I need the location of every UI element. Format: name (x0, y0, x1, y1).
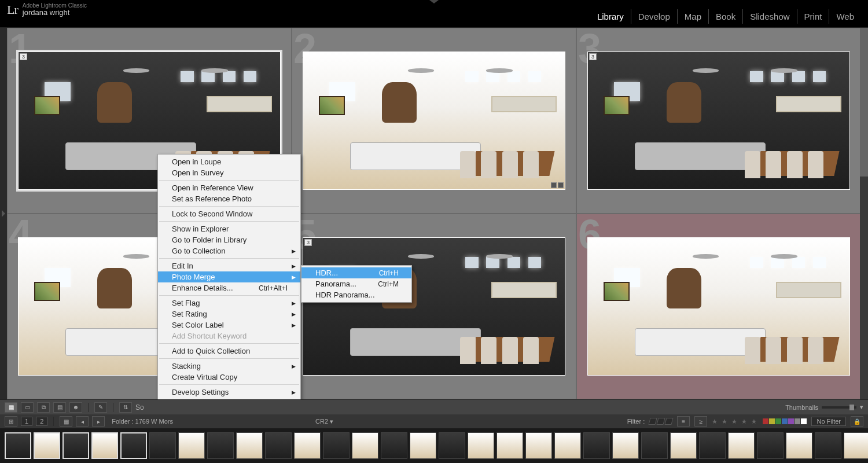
grid-thumbnail[interactable] (587, 237, 850, 376)
module-web[interactable]: Web (829, 9, 861, 24)
module-library[interactable]: Library (590, 9, 631, 24)
people-view-button[interactable]: ☻ (69, 402, 82, 413)
module-book[interactable]: Book (709, 9, 743, 24)
filmstrip-thumb[interactable] (34, 432, 60, 459)
rating-filter[interactable]: ★ ★ ★ ★ ★ (712, 418, 758, 425)
menu-item[interactable]: Stacking▶ (158, 361, 300, 372)
menu-item[interactable]: Set Color Label▶ (158, 319, 300, 330)
module-slideshow[interactable]: Slideshow (743, 9, 797, 24)
painter-tool[interactable]: ✎ (94, 402, 107, 413)
menu-item[interactable]: Set Flag▶ (158, 297, 300, 308)
menu-item[interactable]: Lock to Second Window (158, 208, 300, 219)
color-label-filter[interactable] (763, 418, 807, 424)
filter-equal[interactable]: ≡ (677, 416, 690, 427)
menu-item[interactable]: Add to Quick Collection (158, 346, 300, 357)
module-print[interactable]: Print (797, 9, 830, 24)
grid-cell[interactable]: 33 (576, 28, 861, 214)
nav-fwd-icon[interactable]: ▸ (92, 416, 105, 427)
menu-item[interactable]: Enhance Details...Ctrl+Alt+I (158, 282, 300, 293)
filmstrip-thumb[interactable] (757, 432, 784, 459)
menu-item[interactable]: Set Rating▶ (158, 308, 300, 319)
module-map[interactable]: Map (678, 9, 709, 24)
compare-view-button[interactable]: ⧉ (37, 402, 50, 413)
photo-merge-submenu: HDR...Ctrl+HPanorama...Ctrl+MHDR Panoram… (301, 265, 412, 303)
menu-item[interactable]: Go to Collection▶ (158, 245, 300, 256)
filmstrip-thumb[interactable] (728, 432, 755, 459)
filmstrip-thumb[interactable] (381, 432, 407, 459)
stack-count-badge: 3 (304, 239, 312, 246)
menu-item[interactable]: Edit In▶ (158, 260, 300, 271)
thumbnail-size-slider[interactable] (822, 406, 856, 409)
filmstrip-thumb[interactable] (786, 432, 812, 459)
filmstrip-thumb[interactable] (699, 432, 726, 459)
sort-direction[interactable]: ⇅ (119, 402, 132, 413)
grid-cell[interactable]: 6 (576, 214, 861, 399)
grid-small-icon[interactable]: ▦ (60, 416, 72, 427)
loupe-view-button[interactable]: ▭ (21, 402, 34, 413)
menu-item[interactable]: Open in Loupe (158, 156, 300, 167)
filmstrip-thumb[interactable] (583, 432, 610, 459)
menu-item[interactable]: Go to Folder in Library (158, 234, 300, 245)
thumbnails-label: Thumbnails (785, 404, 818, 411)
grid-cell[interactable]: 2 (292, 28, 576, 214)
survey-view-button[interactable]: ▤ (53, 402, 66, 413)
submenu-item[interactable]: HDR...Ctrl+H (301, 267, 411, 278)
menu-item: Add Shortcut Keyword (158, 330, 300, 341)
filmstrip-thumb[interactable] (815, 432, 841, 459)
filmstrip-thumb[interactable] (207, 432, 234, 459)
filmstrip-thumb[interactable] (149, 432, 176, 459)
filmstrip-thumb[interactable] (554, 432, 581, 459)
left-panel-toggle[interactable] (0, 28, 7, 399)
filmstrip-thumb[interactable] (5, 432, 31, 459)
filmstrip-thumb[interactable] (352, 432, 378, 459)
flag-filters[interactable] (649, 418, 672, 425)
filmstrip-thumb[interactable] (178, 432, 205, 459)
menu-item[interactable]: Open in Reference View (158, 182, 300, 193)
second-window-indicator[interactable]: 2 (36, 417, 47, 426)
menu-item[interactable]: Create Virtual Copy (158, 372, 300, 383)
header: Lr Adobe Lightroom Classic jordana wrigh… (0, 0, 868, 28)
filmstrip-thumb[interactable] (641, 432, 668, 459)
filter-lock-icon[interactable]: 🔒 (851, 416, 863, 427)
menu-item[interactable]: Show in Explorer (158, 223, 300, 234)
filmstrip-thumb[interactable] (525, 432, 552, 459)
filmstrip-thumb[interactable] (323, 432, 350, 459)
menu-item[interactable]: Photo Merge▶ (158, 271, 300, 282)
filmstrip-thumb[interactable] (612, 432, 639, 459)
menu-item[interactable]: Set as Reference Photo (158, 193, 300, 204)
filmstrip-thumb[interactable] (91, 432, 118, 459)
filter-gte[interactable]: ≥ (694, 416, 707, 427)
module-develop[interactable]: Develop (631, 9, 678, 24)
panel-collapse-grip[interactable] (429, 0, 439, 3)
grid-thumbnail[interactable]: 3 (587, 52, 850, 190)
filmstrip-thumb[interactable] (468, 432, 494, 459)
filmstrip-thumb[interactable] (120, 432, 147, 459)
filmstrip-thumb[interactable] (294, 432, 321, 459)
filmstrip-thumb[interactable] (62, 432, 89, 459)
header-left: Lr Adobe Lightroom Classic jordana wrigh… (7, 2, 87, 17)
main-window-indicator[interactable]: 1 (21, 417, 32, 426)
grid-view-button[interactable]: ▦ (5, 402, 17, 413)
menu-item[interactable]: Metadata Presets▶ (158, 398, 300, 399)
secondary-display-button[interactable]: ⊞ (5, 416, 17, 427)
filmstrip-thumb[interactable] (670, 432, 697, 459)
filmstrip-thumb[interactable] (236, 432, 263, 459)
menu-item[interactable]: Open in Survey (158, 167, 300, 178)
grid-scrollbar[interactable] (860, 28, 868, 399)
submenu-item[interactable]: HDR Panorama... (301, 289, 411, 300)
menu-item[interactable]: Develop Settings▶ (158, 387, 300, 398)
grid-thumbnail[interactable] (303, 52, 565, 190)
grid-thumbnail[interactable]: 3 (303, 237, 565, 376)
stack-count-badge: 3 (589, 53, 597, 60)
filmstrip-thumb[interactable] (844, 432, 868, 459)
grid-cell[interactable]: 53 (292, 214, 576, 399)
filmstrip-thumb[interactable] (410, 432, 436, 459)
context-menu: Open in LoupeOpen in SurveyOpen in Refer… (157, 154, 301, 399)
submenu-item[interactable]: Panorama...Ctrl+M (301, 278, 411, 289)
filmstrip-thumb[interactable] (439, 432, 465, 459)
toolbar-options-icon[interactable]: ▾ (860, 403, 863, 411)
nav-back-icon[interactable]: ◂ (76, 416, 89, 427)
filter-preset[interactable]: No Filter (811, 417, 846, 426)
filmstrip-thumb[interactable] (496, 432, 523, 459)
filmstrip-thumb[interactable] (265, 432, 292, 459)
